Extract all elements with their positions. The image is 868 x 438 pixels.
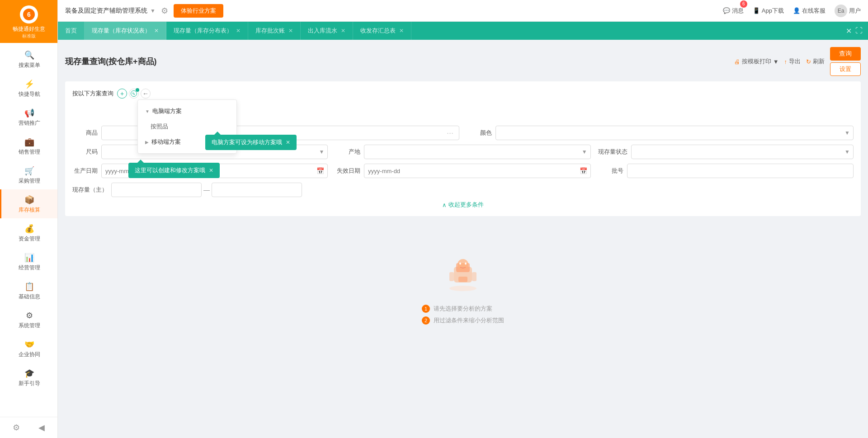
color-select[interactable]: [495, 126, 854, 140]
tabs-actions: ✕ ⛶: [846, 27, 868, 35]
batch-input[interactable]: [627, 164, 854, 178]
refresh-btn[interactable]: ↻ 刷新: [806, 57, 825, 66]
filter-header-icons: + ✎ ←: [117, 89, 151, 99]
msg-badge: 6: [740, 0, 747, 8]
app-download-label: App下载: [762, 7, 784, 15]
tab-stock-dist[interactable]: 现存量（库存分布表） ✕: [166, 22, 248, 40]
mobile-section-text: 移动端方案: [151, 138, 181, 146]
edit-scheme-btn[interactable]: ✎: [129, 89, 139, 99]
sidebar-item-sales[interactable]: 💼 销售管理: [0, 132, 57, 160]
search-main-btn[interactable]: 查询: [830, 47, 861, 61]
settings-icon[interactable]: ⚙: [161, 6, 168, 16]
logo-badge: 标准版: [22, 33, 36, 39]
sys-name: 装备及固定资产辅助管理系统 ▼: [65, 7, 156, 15]
sidebar-item-guide[interactable]: 🎓 新手引导: [0, 363, 57, 392]
field-batch: 批号: [598, 164, 854, 178]
print-chevron-icon: ▼: [773, 58, 779, 65]
sidebar-settings-btn[interactable]: ⚙: [13, 423, 20, 433]
user-item[interactable]: Ea 用户: [835, 5, 861, 17]
field-stock-status: 现存量状态 ▼: [598, 145, 854, 159]
industry-btn[interactable]: 体验行业方案: [174, 4, 223, 18]
tab-close-icon[interactable]: ✕: [154, 28, 159, 34]
goods-dots[interactable]: ···: [445, 128, 455, 138]
tab-flow[interactable]: 出入库流水 ✕: [301, 22, 353, 40]
tab-stock-status[interactable]: 现存量（库存状况表） ✕: [85, 22, 166, 40]
pc-section-text: 电脑端方案: [152, 107, 182, 115]
filter-collapse-btn[interactable]: ∧ 收起更多条件: [72, 197, 854, 209]
empty-steps: 1 请先选择要分析的方案 2 用过滤条件来缩小分析范围: [422, 305, 504, 325]
msg-icon: 💬: [723, 7, 730, 14]
range-sep: —: [203, 186, 210, 193]
avatar: Ea: [835, 5, 847, 17]
print-btn[interactable]: 🖨 按模板打印 ▼: [734, 57, 779, 66]
system-nav-icon: ⚙: [26, 311, 33, 320]
sidebar-item-quick[interactable]: ⚡ 快捷导航: [0, 74, 57, 103]
edit-tooltip: 这里可以创建和修改方案哦 ✕: [128, 163, 220, 178]
origin-select[interactable]: [364, 145, 590, 159]
stock-qty-max[interactable]: [212, 183, 302, 197]
field-expire-date: 失效日期 📅: [335, 164, 590, 178]
add-scheme-btn[interactable]: +: [117, 89, 127, 99]
triangle-icon: ▶: [145, 140, 149, 145]
tab-batch[interactable]: 库存批次账 ✕: [248, 22, 301, 40]
tab-close-icon[interactable]: ✕: [341, 28, 345, 34]
sidebar-item-search[interactable]: 🔍 搜索菜单: [0, 45, 57, 74]
operations-nav-icon: 📊: [24, 253, 34, 263]
sidebar-logo: 6 畅捷通好生意 标准版: [0, 0, 57, 43]
svg-point-9: [465, 263, 467, 265]
pc-section-label: ▼ 电脑端方案: [138, 104, 236, 119]
user-label: 用户: [849, 7, 861, 15]
svg-text:✎: ✎: [132, 92, 136, 96]
arrow-left-btn[interactable]: ←: [141, 89, 151, 99]
tooltip-close-btn2[interactable]: ✕: [209, 167, 213, 174]
tooltip-close-btn[interactable]: ✕: [286, 139, 290, 146]
export-btn[interactable]: ↑ 导出: [784, 57, 801, 66]
page-content: 现存量查询(按仓库+商品) 🖨 按模板打印 ▼ ↑ 导出 ↻ 刷新 查询 设置: [58, 40, 868, 438]
sidebar-item-operations[interactable]: 📊 经营管理: [0, 247, 57, 276]
tab-summary[interactable]: 收发存汇总表 ✕: [353, 22, 411, 40]
tab-home[interactable]: 首页: [58, 22, 85, 40]
tab-fullscreen-icon[interactable]: ⛶: [855, 27, 863, 35]
field-stock-qty: 现存量（主） —: [72, 183, 854, 197]
sidebar-item-label: 营销推广: [19, 119, 40, 127]
scheme-item-pc[interactable]: 按照品: [138, 119, 236, 134]
empty-step-2: 2 用过滤条件来缩小分析范围: [422, 316, 504, 325]
sidebar-item-enterprise[interactable]: 🤝 企业协同: [0, 334, 57, 363]
expire-date-start[interactable]: [364, 164, 590, 178]
sidebar-item-finance[interactable]: 💰 资金管理: [0, 218, 57, 247]
app-download-item[interactable]: 📱 App下载: [753, 7, 784, 15]
tab-close-icon[interactable]: ✕: [236, 28, 241, 34]
print-label: 按模板打印: [742, 57, 771, 66]
page-title: 现存量查询(按仓库+商品): [65, 56, 157, 67]
color-label: 颜色: [467, 129, 492, 137]
phone-icon: 📱: [753, 7, 760, 14]
filter-panel: 按以下方案查询 + ✎ ← ▼ 电脑端: [65, 81, 861, 216]
header: 装备及固定资产辅助管理系统 ▼ ⚙ 体验行业方案 💬 6 消息 📱 App下载 …: [58, 0, 868, 22]
svg-point-8: [459, 263, 461, 265]
edit-tooltip-text: 这里可以创建和修改方案哦: [135, 166, 205, 174]
sidebar-item-system[interactable]: ⚙ 系统管理: [0, 305, 57, 334]
msg-item[interactable]: 💬 6 消息: [723, 7, 744, 15]
sidebar-item-marketing[interactable]: 📢 营销推广: [0, 103, 57, 132]
online-service-item[interactable]: 👤 在线客服: [793, 7, 826, 15]
sidebar-item-basic[interactable]: 📋 基础信息: [0, 276, 57, 305]
tab-minimize-icon[interactable]: ✕: [846, 27, 852, 35]
msg-label: 消息: [732, 7, 744, 15]
color-select-wrap: ▼: [495, 126, 854, 140]
refresh-label: 刷新: [813, 57, 825, 66]
stock-qty-label: 现存量（主）: [72, 186, 108, 194]
sidebar-item-inventory[interactable]: 📦 库存核算: [0, 189, 57, 218]
tab-label: 出入库流水: [308, 27, 337, 35]
set-btn[interactable]: 设置: [830, 62, 861, 76]
tab-label: 现存量（库存状况表）: [92, 27, 151, 35]
dot-indicator: [136, 88, 139, 92]
export-label: 导出: [789, 57, 801, 66]
tab-close-icon[interactable]: ✕: [399, 28, 404, 34]
sidebar-collapse-btn[interactable]: ◀: [38, 423, 45, 433]
sidebar-item-label: 库存核算: [19, 206, 40, 214]
tab-close-icon[interactable]: ✕: [288, 28, 293, 34]
stock-qty-min[interactable]: [111, 183, 202, 197]
filter-row-4: 现存量（主） —: [72, 183, 854, 197]
sidebar-item-purchase[interactable]: 🛒 采购管理: [0, 160, 57, 189]
stock-status-select[interactable]: [631, 145, 854, 159]
